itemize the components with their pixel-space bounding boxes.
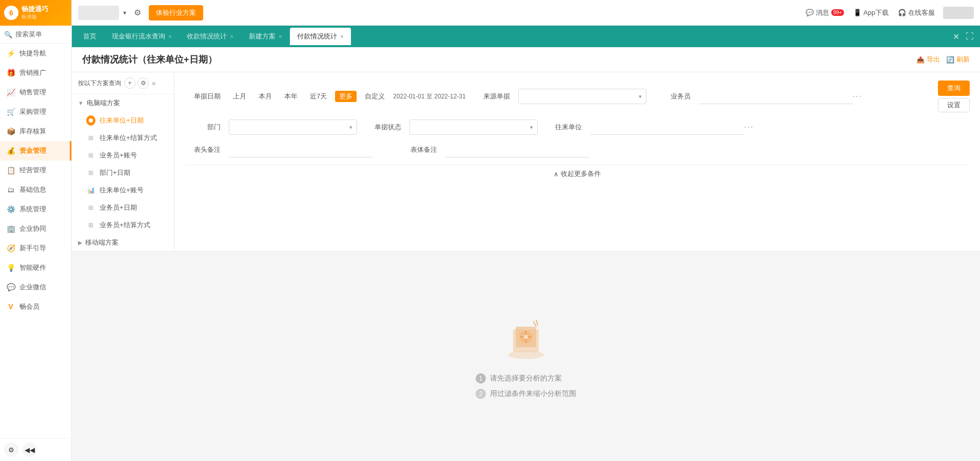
table-icon: ⊞ xyxy=(86,168,95,177)
scheme-section-label: 移动端方案 xyxy=(85,238,119,247)
sidebar-item-label: 企业协同 xyxy=(19,224,46,233)
scheme-panel-title: 按以下方案查询 xyxy=(78,79,121,88)
sidebar-item-system[interactable]: ⚙️ 系统管理 xyxy=(0,199,71,219)
scheme-settings-btn[interactable]: ⚙ xyxy=(138,77,149,89)
date-option-this-month[interactable]: 本月 xyxy=(254,91,276,102)
sidebar-item-guide[interactable]: 🧭 新手引导 xyxy=(0,238,71,258)
sidebar-item-sales[interactable]: 📈 销售管理 xyxy=(0,83,71,102)
search-menu[interactable]: 🔍 搜索菜单 xyxy=(0,26,71,44)
settings-footer-btn[interactable]: ⚙ xyxy=(4,443,18,457)
date-option-this-year[interactable]: 本年 xyxy=(280,91,302,102)
table-icon: ⊞ xyxy=(86,151,95,160)
maximize-btn[interactable]: ⛶ xyxy=(964,30,976,43)
online-service-btn[interactable]: 🎧 在线客服 xyxy=(898,8,935,17)
scheme-item-label: 业务员+日期 xyxy=(100,203,137,212)
collapse-more-btn[interactable]: ∧ 收起更多条件 xyxy=(185,165,970,183)
settings-btn[interactable]: 设置 xyxy=(938,98,970,112)
partner-input[interactable] xyxy=(590,119,744,135)
app-download-btn[interactable]: 📱 App下载 xyxy=(853,8,889,17)
tab-new-scheme-close[interactable]: × xyxy=(279,33,282,39)
sidebar-item-quicknav[interactable]: ⚡ 快捷导航 xyxy=(0,44,71,63)
table-body-note-input[interactable] xyxy=(445,142,589,157)
date-range-display: 2022-01-01 至 2022-12-31 xyxy=(393,92,465,101)
date-option-more[interactable]: 更多 xyxy=(335,91,357,102)
export-label: 导出 xyxy=(927,55,940,64)
query-btn[interactable]: 查询 xyxy=(938,81,970,96)
sidebar-item-wechat[interactable]: 💬 企业微信 xyxy=(0,277,71,297)
tab-receipt[interactable]: 收款情况统计 × xyxy=(180,28,240,45)
sidebar-item-purchase[interactable]: 🛒 采购管理 xyxy=(0,102,71,122)
collapse-scheme-btn[interactable]: « xyxy=(152,79,156,87)
scheme-item-label: 往来单位+日期 xyxy=(100,116,144,125)
table-icon: ⊞ xyxy=(86,133,95,143)
tab-bank[interactable]: 现金银行流水查询 × xyxy=(105,28,179,45)
source-label: 来源单据 xyxy=(474,92,510,101)
collapse-sidebar-btn[interactable]: ◀◀ xyxy=(23,443,37,457)
source-chevron-icon: ▾ xyxy=(639,93,642,100)
page-header: 付款情况统计（往来单位+日期） 📤 导出 🔄 刷新 xyxy=(72,47,980,72)
settings-gear-btn[interactable]: ⚙ xyxy=(130,6,145,20)
partner-more-btn[interactable]: ··· xyxy=(744,123,754,132)
dept-select[interactable]: ▾ xyxy=(229,119,357,135)
staff-more-btn[interactable]: ··· xyxy=(853,92,863,101)
tip-text-2: 用过滤条件来缩小分析范围 xyxy=(490,389,576,398)
tab-receipt-close[interactable]: × xyxy=(230,33,233,39)
doc-status-select[interactable]: ▾ xyxy=(409,119,538,135)
scheme-item-label: 业务员+账号 xyxy=(100,151,137,160)
sidebar-item-label: 企业微信 xyxy=(19,283,46,292)
tab-new-scheme[interactable]: 新建方案 × xyxy=(242,28,289,45)
sidebar-item-member[interactable]: V 畅会员 xyxy=(0,297,71,316)
tab-home[interactable]: 首页 xyxy=(76,28,104,45)
refresh-btn[interactable]: 🔄 刷新 xyxy=(946,55,970,64)
sidebar-item-operation[interactable]: 📋 经营管理 xyxy=(0,161,71,180)
scheme-item-dept-date[interactable]: ⊞ 部门+日期 xyxy=(72,164,174,182)
marketing-icon: 🎁 xyxy=(6,68,15,77)
table-body-note-label: 表体备注 xyxy=(401,145,437,154)
headset-icon: 🎧 xyxy=(898,9,906,16)
tab-bank-close[interactable]: × xyxy=(168,33,171,39)
sidebar-item-enterprise[interactable]: 🏢 企业协同 xyxy=(0,219,71,238)
tab-payment[interactable]: 付款情况统计 × xyxy=(290,28,350,45)
scheme-item-partner-account[interactable]: 📊 往来单位+账号 xyxy=(72,182,174,199)
trial-btn[interactable]: 体验行业方案 xyxy=(149,5,203,21)
svg-point-6 xyxy=(524,335,528,339)
app-edition: 标准版 xyxy=(22,13,48,21)
tabbar-actions: ✕ ⛶ xyxy=(951,30,976,44)
company-dropdown[interactable]: ▾ xyxy=(123,9,126,16)
scheme-item-staff-date[interactable]: ⊞ 业务员+日期 xyxy=(72,199,174,216)
date-option-7days[interactable]: 近7天 xyxy=(306,91,331,102)
scheme-item-staff-account[interactable]: ⊞ 业务员+账号 xyxy=(72,147,174,164)
scheme-item-partner-settle[interactable]: ⊞ 往来单位+结算方式 xyxy=(72,129,174,147)
sidebar-item-label: 营销推广 xyxy=(19,68,46,77)
sidebar-item-hardware[interactable]: 💡 智能硬件 xyxy=(0,258,71,277)
sidebar-item-inventory[interactable]: 📦 库存核算 xyxy=(0,122,71,141)
app-logo: 6 xyxy=(4,6,18,20)
scheme-item-staff-settle[interactable]: ⊞ 业务员+结算方式 xyxy=(72,216,174,234)
date-label: 单据日期 xyxy=(185,92,221,101)
filter-row-2: 部门 ▾ 单据状态 ▾ 往来单位 ··· xyxy=(185,119,970,135)
sidebar-item-basic[interactable]: 🗂 基础信息 xyxy=(0,180,71,199)
staff-label: 业务员 xyxy=(655,92,691,101)
scheme-item-partner-date[interactable]: 往来单位+日期 xyxy=(72,112,174,129)
sidebar-item-marketing[interactable]: 🎁 营销推广 xyxy=(0,63,71,83)
tab-payment-close[interactable]: × xyxy=(340,33,343,39)
date-option-custom[interactable]: 自定义 xyxy=(361,91,389,102)
empty-tip-1: 1 请先选择要分析的方案 xyxy=(476,373,576,384)
staff-input[interactable] xyxy=(699,89,853,104)
date-option-last-month[interactable]: 上月 xyxy=(229,91,250,102)
export-btn[interactable]: 📤 导出 xyxy=(916,55,940,64)
user-avatar[interactable] xyxy=(943,7,974,19)
source-select[interactable]: ▾ xyxy=(518,89,646,104)
scheme-section-mobile-header[interactable]: ▶ 移动端方案 xyxy=(72,234,174,251)
close-all-tabs-btn[interactable]: ✕ xyxy=(951,30,962,44)
table-header-note-label: 表头备注 xyxy=(185,145,221,154)
scheme-section-desktop-header[interactable]: ▼ 电脑端方案 xyxy=(72,94,174,112)
add-scheme-btn[interactable]: + xyxy=(124,77,135,89)
partner-field-group: ··· xyxy=(590,119,970,135)
tab-receipt-label: 收款情况统计 xyxy=(187,32,227,41)
sidebar-item-funds[interactable]: 💰 资金管理 xyxy=(0,141,71,161)
table-header-note-input[interactable] xyxy=(229,142,373,157)
svg-line-7 xyxy=(534,322,536,327)
messages-btn[interactable]: 💬 消息 99+ xyxy=(806,8,844,17)
sidebar-footer: ⚙ ◀◀ xyxy=(0,438,71,461)
